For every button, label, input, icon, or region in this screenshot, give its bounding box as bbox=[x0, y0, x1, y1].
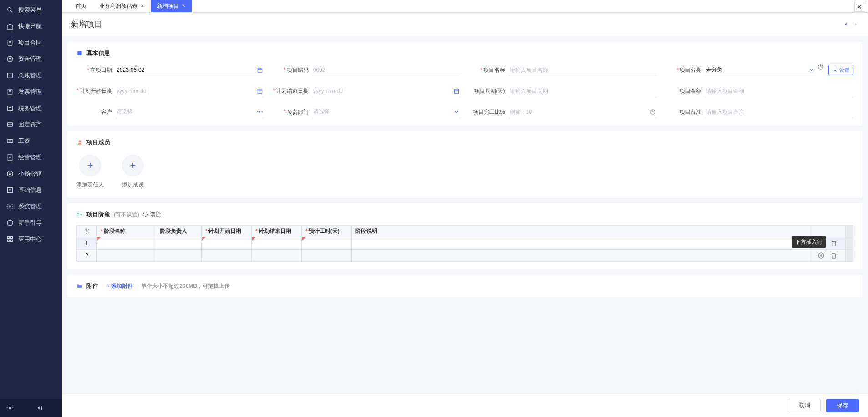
sidebar-search[interactable]: 搜索菜单 bbox=[0, 2, 62, 18]
svg-rect-25 bbox=[8, 240, 10, 241]
chevron-down-icon bbox=[453, 109, 460, 115]
section-title: 项目阶段 bbox=[86, 211, 110, 219]
sidebar-item-reimburse[interactable]: 小畅报销 bbox=[0, 166, 62, 182]
delete-row-icon[interactable] bbox=[830, 239, 838, 247]
sidebar-item-contract[interactable]: 项目合同 bbox=[0, 35, 62, 51]
tab-new-project[interactable]: 新增项目✕ bbox=[151, 0, 192, 12]
sidebar-item-invoice[interactable]: 发票管理 bbox=[0, 84, 62, 100]
sidebar-item-guide[interactable]: 新手引导 bbox=[0, 215, 62, 231]
more-icon[interactable]: ⋯ bbox=[257, 109, 263, 115]
period-input[interactable] bbox=[509, 85, 657, 97]
progress-input[interactable] bbox=[509, 106, 657, 118]
svg-rect-41 bbox=[77, 213, 79, 214]
collapse-icon[interactable] bbox=[36, 404, 44, 412]
gear-column[interactable] bbox=[77, 226, 97, 237]
prev-icon[interactable] bbox=[843, 20, 849, 28]
delete-row-icon[interactable] bbox=[830, 251, 838, 260]
money-icon bbox=[6, 55, 14, 63]
clear-button[interactable]: 清除 bbox=[143, 211, 161, 219]
section-title: 基本信息 bbox=[86, 49, 110, 57]
table-row[interactable]: 1 下方插入行 bbox=[77, 237, 853, 250]
chevron-down-icon bbox=[808, 67, 815, 73]
section-hint: (可不设置) bbox=[114, 211, 139, 219]
sidebar-item-fund[interactable]: 资金管理 bbox=[0, 51, 62, 67]
svg-rect-28 bbox=[77, 51, 81, 55]
svg-rect-6 bbox=[8, 73, 13, 78]
calendar-icon[interactable] bbox=[453, 88, 460, 94]
category-select[interactable]: 未分类 bbox=[705, 64, 816, 76]
next-icon[interactable] bbox=[853, 20, 859, 28]
close-icon[interactable]: ✕ bbox=[182, 3, 186, 9]
sidebar-item-salary[interactable]: 工资 bbox=[0, 133, 62, 149]
page-title: 新增项目 bbox=[71, 19, 102, 30]
svg-rect-9 bbox=[8, 106, 13, 110]
reimburse-icon bbox=[6, 170, 14, 177]
name-input[interactable] bbox=[509, 64, 657, 76]
cancel-button[interactable]: 取消 bbox=[788, 399, 821, 412]
search-icon bbox=[6, 6, 14, 14]
plan-start-input[interactable] bbox=[116, 85, 264, 97]
sidebar-item-tax[interactable]: 税务管理 bbox=[0, 100, 62, 116]
close-button[interactable]: ✕ bbox=[854, 2, 864, 12]
doc-icon bbox=[6, 39, 14, 46]
code-input[interactable] bbox=[312, 64, 461, 76]
table-row[interactable]: 2 bbox=[77, 250, 853, 261]
dept-select[interactable]: 请选择 bbox=[312, 106, 461, 118]
info-icon bbox=[6, 186, 14, 194]
plus-icon: + bbox=[122, 155, 144, 176]
attachment-hint: 单个大小不超过200MB，可拖拽上传 bbox=[141, 282, 230, 290]
sidebar-item-system[interactable]: 系统管理 bbox=[0, 198, 62, 215]
tax-icon bbox=[6, 105, 14, 112]
section-title: 附件 bbox=[86, 282, 98, 290]
home-icon bbox=[6, 23, 14, 30]
plan-end-input[interactable] bbox=[312, 85, 461, 97]
date-input[interactable] bbox=[116, 64, 264, 76]
sidebar-item-info[interactable]: 基础信息 bbox=[0, 182, 62, 198]
sidebar-item-quicknav[interactable]: 快捷导航 bbox=[0, 18, 62, 35]
customer-select[interactable]: 请选择 bbox=[116, 106, 264, 118]
close-icon[interactable]: ✕ bbox=[140, 3, 144, 9]
sidebar-item-biz[interactable]: 经营管理 bbox=[0, 149, 62, 166]
help-icon[interactable] bbox=[817, 64, 824, 70]
panel-stages: 项目阶段 (可不设置) 清除 *阶段名称 阶段负责人 *计划开始日期 *计划结束… bbox=[67, 203, 863, 269]
add-owner-button[interactable]: + 添加责任人 bbox=[76, 155, 104, 189]
svg-line-1 bbox=[11, 11, 13, 13]
svg-rect-18 bbox=[8, 188, 13, 193]
remark-input[interactable] bbox=[705, 106, 853, 118]
svg-rect-37 bbox=[454, 89, 458, 93]
sidebar-item-apps[interactable]: 应用中心 bbox=[0, 231, 62, 247]
salary-icon bbox=[6, 137, 14, 145]
settings-button[interactable]: 设置 bbox=[828, 65, 853, 75]
sidebar-item-ledger[interactable]: 总账管理 bbox=[0, 67, 62, 84]
add-member-button[interactable]: + 添加成员 bbox=[122, 155, 144, 189]
gear-icon bbox=[6, 203, 14, 210]
svg-point-44 bbox=[86, 231, 87, 232]
svg-rect-26 bbox=[10, 240, 12, 241]
svg-point-27 bbox=[9, 407, 11, 409]
invoice-icon bbox=[6, 88, 14, 95]
insert-row-icon[interactable] bbox=[817, 251, 825, 260]
add-attachment-button[interactable]: + 添加附件 bbox=[107, 282, 133, 290]
svg-rect-43 bbox=[81, 214, 82, 215]
stage-table: *阶段名称 阶段负责人 *计划开始日期 *计划结束日期 *预计工时(天) 阶段说… bbox=[76, 225, 853, 262]
svg-point-40 bbox=[79, 140, 81, 142]
amount-input[interactable] bbox=[705, 85, 853, 97]
svg-rect-12 bbox=[7, 140, 13, 143]
save-button[interactable]: 保存 bbox=[826, 399, 859, 412]
plus-icon: + bbox=[79, 155, 101, 176]
svg-rect-42 bbox=[77, 216, 79, 216]
stages-icon bbox=[76, 211, 83, 218]
ledger-icon bbox=[6, 72, 14, 79]
help-icon[interactable] bbox=[650, 109, 656, 115]
svg-point-0 bbox=[8, 8, 11, 11]
calendar-icon[interactable] bbox=[257, 88, 263, 94]
calendar-icon[interactable] bbox=[257, 67, 263, 73]
tab-profit[interactable]: 业务利润预估表✕ bbox=[93, 0, 151, 12]
svg-rect-23 bbox=[8, 237, 10, 239]
sidebar-item-asset[interactable]: 固定资产 bbox=[0, 116, 62, 133]
tab-home[interactable]: 首页 bbox=[69, 0, 93, 12]
settings-icon[interactable] bbox=[6, 404, 14, 412]
section-title: 项目成员 bbox=[86, 138, 110, 146]
panel-members: 项目成员 + 添加责任人 + 添加成员 bbox=[67, 131, 863, 198]
sidebar: 搜索菜单 快捷导航 项目合同 资金管理 总账管理 发票管理 税务管理 固定资产 … bbox=[0, 0, 62, 417]
